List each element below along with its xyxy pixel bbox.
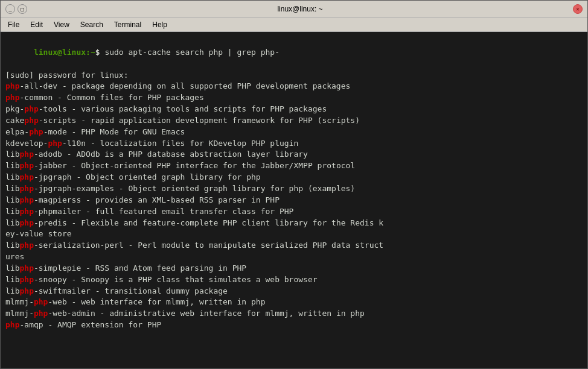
- list-item: libphp-snoopy - Snoopy is a PHP class th…: [5, 274, 583, 286]
- list-item: php-amqp - AMQP extension for PHP: [5, 320, 583, 331]
- titlebar: _ □ linux@linux: ~ ✕: [1, 1, 587, 17]
- list-item: libphp-jpgraph-examples - Object oriente…: [5, 183, 583, 195]
- menu-view[interactable]: View: [49, 19, 74, 30]
- sudo-prompt: [sudo] password for linux:: [5, 70, 583, 81]
- list-item: elpa-php-mode - PHP Mode for GNU Emacs: [5, 127, 583, 138]
- list-item: mlmmj-php-web - web interface for mlmmj,…: [5, 297, 583, 308]
- menu-search[interactable]: Search: [75, 19, 108, 30]
- terminal-output[interactable]: linux@linux:~$ sudo apt-cache search php…: [1, 32, 587, 368]
- minimize-button[interactable]: _: [5, 4, 15, 14]
- list-item: libphp-swiftmailer - transitional dummy …: [5, 286, 583, 297]
- list-item: libphp-phpmailer - full featured email t…: [5, 206, 583, 218]
- command-line: linux@linux:~$ sudo apt-cache search php…: [5, 36, 583, 70]
- menu-terminal[interactable]: Terminal: [109, 19, 146, 30]
- list-item: php-common - Common files for PHP packag…: [5, 92, 583, 104]
- list-item: libphp-jabber - Object-oriented PHP inte…: [5, 160, 583, 172]
- list-item: php-all-dev - package depending on all s…: [5, 81, 583, 92]
- prompt-path: :~: [86, 48, 95, 57]
- list-item: kdevelop-php-l10n - localization files f…: [5, 138, 583, 150]
- menu-help[interactable]: Help: [147, 19, 172, 30]
- menu-edit[interactable]: Edit: [25, 19, 48, 30]
- list-item: libphp-jpgraph - Object oriented graph l…: [5, 172, 583, 183]
- prompt-user: linux@linux: [34, 48, 86, 57]
- list-item: libphp-simplepie - RSS and Atom feed par…: [5, 263, 583, 274]
- menubar: File Edit View Search Terminal Help: [1, 17, 587, 32]
- window-title: linux@linux: ~: [27, 5, 573, 13]
- window-controls: _ □: [5, 4, 27, 14]
- menu-file[interactable]: File: [3, 19, 24, 30]
- terminal-window: _ □ linux@linux: ~ ✕ File Edit View Sear…: [0, 0, 588, 369]
- list-item: pkg-php-tools - various packaging tools …: [5, 104, 583, 115]
- list-item-cont: ures: [5, 251, 583, 263]
- close-controls: ✕: [573, 4, 583, 14]
- list-item-cont: ey-value store: [5, 229, 583, 240]
- list-item: libphp-serialization-perl - Perl module …: [5, 240, 583, 251]
- list-item: mlmmj-php-web-admin - administrative web…: [5, 308, 583, 320]
- list-item: libphp-predis - Flexible and feature-com…: [5, 218, 583, 229]
- command-text: sudo apt-cache search php | grep php-: [104, 48, 280, 57]
- prompt-symbol: $: [95, 48, 105, 57]
- list-item: libphp-adodb - ADOdb is a PHP database a…: [5, 149, 583, 160]
- list-item: libphp-magpierss - provides an XML-based…: [5, 195, 583, 206]
- close-button[interactable]: ✕: [573, 4, 583, 14]
- maximize-button[interactable]: □: [18, 4, 27, 14]
- list-item: cakephp-scripts - rapid application deve…: [5, 115, 583, 127]
